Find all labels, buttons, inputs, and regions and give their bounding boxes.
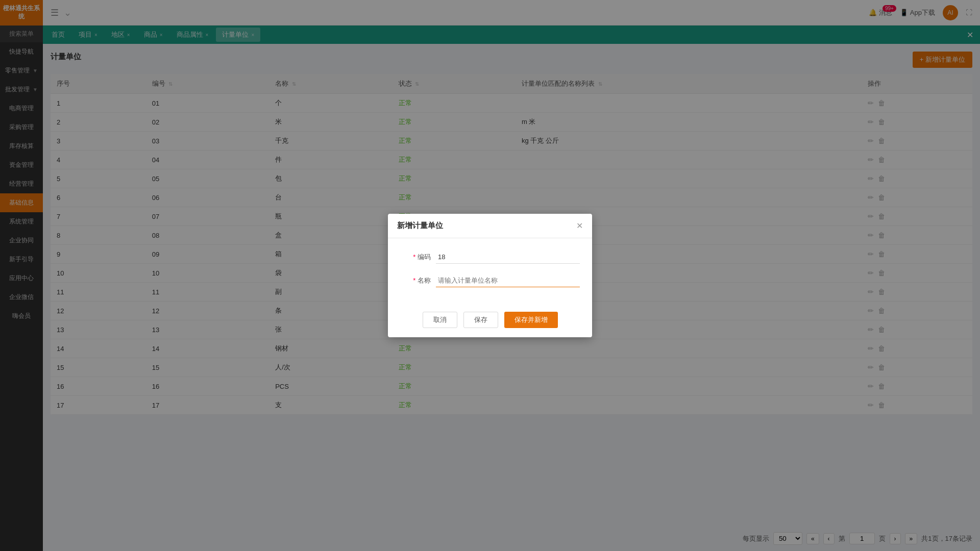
name-label: * 名称 [400, 276, 431, 285]
form-row-name: * 名称 [400, 274, 580, 287]
modal-footer: 取消 保存 保存并新增 [388, 306, 592, 337]
add-unit-modal: 新增计量单位 ✕ * 编码 * 名称 取消 保存 保存并新增 [388, 214, 592, 337]
cancel-button[interactable]: 取消 [423, 312, 457, 328]
modal-close-button[interactable]: ✕ [576, 221, 583, 231]
code-input[interactable] [436, 251, 580, 264]
code-label: * 编码 [400, 253, 431, 262]
form-row-code: * 编码 [400, 251, 580, 264]
modal-header: 新增计量单位 ✕ [388, 214, 592, 238]
required-mark-name: * [413, 277, 415, 284]
name-input[interactable] [436, 274, 580, 287]
save-and-add-button[interactable]: 保存并新增 [504, 312, 558, 328]
save-button[interactable]: 保存 [463, 312, 498, 328]
modal-title: 新增计量单位 [397, 221, 443, 231]
modal-body: * 编码 * 名称 [388, 238, 592, 306]
required-mark: * [413, 253, 415, 261]
modal-overlay[interactable]: 新增计量单位 ✕ * 编码 * 名称 取消 保存 保存并新增 [0, 0, 980, 551]
